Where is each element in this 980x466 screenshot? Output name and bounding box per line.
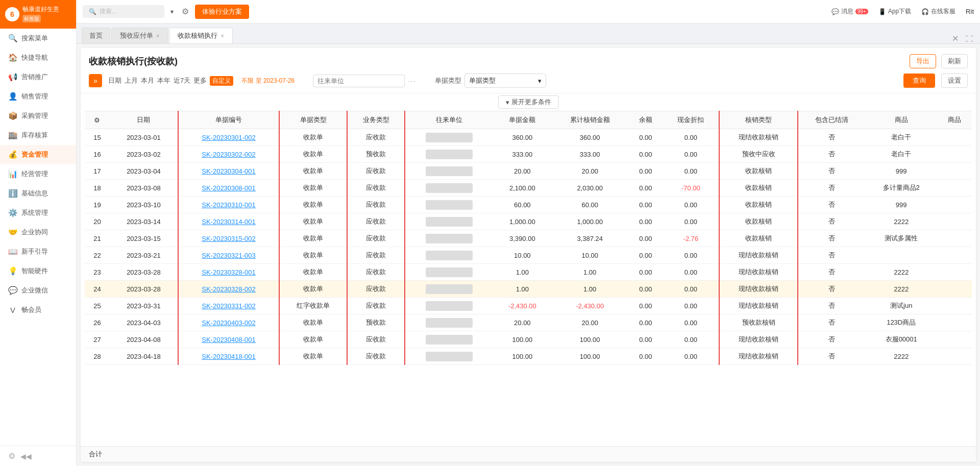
tab-home[interactable]: 首页 [82,28,110,43]
sidebar-item-system[interactable]: ⚙️系统管理 [0,203,76,223]
settings-icon[interactable]: ⚙ [8,451,15,461]
topbar-gear-icon[interactable]: ⚙ [180,7,191,16]
cell-no: 15 [85,129,110,146]
cell-acc-chx: 360.00 [551,129,628,146]
bill-no-link[interactable]: SK-20230328-002 [202,285,256,293]
sidebar-item-collab[interactable]: 🤝企业协同 [0,223,76,242]
cell-acc-chx: 1.00 [551,281,628,298]
bill-no-link[interactable]: SK-20230418-001 [202,353,256,360]
sidebar-item-quick[interactable]: 🏠快捷导航 [0,48,76,67]
chevron-down-icon: ▾ [538,77,542,85]
sidebar-item-member[interactable]: V畅会员 [0,300,76,320]
bill-no-link[interactable]: SK-20230301-002 [202,134,256,141]
tab-prepay[interactable]: 预收应付单 × [111,28,168,43]
table-row: 15 2023-03-01 SK-20230301-002 收款单 应收款 ██… [85,129,972,146]
cell-amount: 100.00 [493,331,551,348]
cell-date: 2023-03-21 [110,247,178,264]
filter-toggle-btn[interactable]: » [89,74,102,87]
app-download-action[interactable]: 📱 App下载 [878,7,911,16]
bill-no-link[interactable]: SK-20230328-001 [202,268,256,276]
cell-balance: 0.00 [628,146,663,163]
page-title: 收款核销执行(按收款) [89,55,178,67]
table-footer: 合计 [81,446,976,462]
messages-action[interactable]: 💬 消息 99+ [831,7,868,16]
sidebar-item-search[interactable]: 🔍搜索菜单 [0,29,76,48]
bill-no-link[interactable]: SK-20230314-001 [202,218,256,226]
sidebar-nav: 🔍搜索菜单🏠快捷导航📢营销推广👤销售管理📦采购管理🏬库存核算💰资金管理📊经营管理… [0,29,76,320]
filter-settings-btn[interactable]: 设置 [941,73,968,88]
bill-no-link[interactable]: SK-20230315-002 [202,235,256,242]
cell-biz-type: 预收款 [347,146,404,163]
topbar-search[interactable]: 🔍 搜索... [83,5,164,18]
sidebar-item-guide[interactable]: 📖新手引导 [0,242,76,261]
sidebar-item-hardware[interactable]: 💡智能硬件 [0,261,76,281]
bill-no-link[interactable]: SK-20230310-001 [202,201,256,209]
sidebar-item-sales[interactable]: 👤销售管理 [0,87,76,106]
user-account[interactable]: Rit [966,8,974,15]
close-all-tabs-btn[interactable]: ✕ [950,34,961,43]
industry-btn[interactable]: 体验行业方案 [195,5,249,19]
cell-amount: 100.00 [493,348,551,365]
filter-last-month[interactable]: 上月 [125,76,138,85]
cell-goods1: 2222 [865,213,938,230]
cell-goods2 [938,180,972,197]
bill-no-link[interactable]: SK-20230408-001 [202,336,256,344]
refresh-btn[interactable]: 刷新 [941,54,968,68]
sidebar-item-purchase[interactable]: 📦采购管理 [0,106,76,126]
voucher-type-select[interactable]: 单据类型 ▾ [464,73,546,88]
query-btn[interactable]: 查询 [903,73,935,88]
cell-cash-disc: 0.00 [663,314,720,331]
expand-more-btn[interactable]: ▾ 展开更多条件 [498,95,559,109]
bill-no-link[interactable]: SK-20230302-002 [202,151,256,158]
filter-7days[interactable]: 近7天 [174,76,190,85]
headset-icon: 🎧 [921,8,929,15]
col-settings[interactable]: ⚙ [85,111,110,129]
bill-no-link[interactable]: SK-20230321-003 [202,252,256,259]
cell-chx-type: 收款核销 [719,230,798,247]
search-icon: 🔍 [8,34,17,43]
main-table: ⚙ 日期 单据编号 单据类型 业务类型 往来单位 单据金额 累计核销金额 余额 … [85,111,972,365]
bill-no-link[interactable]: SK-20230304-001 [202,167,256,175]
sales-icon: 👤 [8,92,17,101]
customer-service-action[interactable]: 🎧 在线客服 [921,7,955,16]
collapse-icon[interactable]: ◀◀ [20,452,32,460]
cell-bill-type: 收款单 [279,281,347,298]
sidebar-item-wechat[interactable]: 💬企业微信 [0,281,76,300]
cell-goods1: 123D商品 [865,314,938,331]
table-row: 20 2023-03-14 SK-20230314-001 收款单 应收款 ██… [85,213,972,230]
expand-tabs-btn[interactable]: ⛶ [964,35,975,43]
sidebar-label-wechat: 企业微信 [21,286,48,295]
tab-close-prepay[interactable]: × [156,33,159,39]
col-date: 日期 [110,111,178,129]
cell-amount: 333.00 [493,146,551,163]
sidebar-item-stock[interactable]: 🏬库存核算 [0,126,76,145]
tab-chx[interactable]: 收款核销执行 × [169,28,232,43]
logo-icon: 6 [5,7,19,21]
cell-biz-type: 应收款 [347,129,404,146]
export-btn[interactable]: 导出 [910,54,936,68]
cell-no: 19 [85,197,110,213]
filter-more[interactable]: 更多 [193,76,207,85]
cell-date: 2023-03-02 [110,146,178,163]
filter-custom-badge[interactable]: 自定义 [210,76,233,86]
filter-expand-row: ▾ 展开更多条件 [81,93,976,111]
cell-balance: 0.00 [628,298,663,314]
cell-company: ██████ [405,197,494,213]
dropdown-arrow[interactable]: ▾ [168,8,176,15]
filter-this-month[interactable]: 本月 [141,76,154,85]
date-filter-group: 日期 上月 本月 本年 近7天 更多 自定义 [108,76,233,86]
sidebar-item-marketing[interactable]: 📢营销推广 [0,67,76,87]
company-input[interactable] [313,75,405,87]
cell-date: 2023-03-31 [110,298,178,314]
bill-no-link[interactable]: SK-20230403-002 [202,319,256,327]
sidebar-item-finance[interactable]: 💰资金管理 [0,145,76,164]
topbar: 🔍 搜索... ▾ ⚙ 体验行业方案 💬 消息 99+ 📱 App下载 🎧 在线… [77,0,980,23]
sidebar-item-base[interactable]: ℹ️基础信息 [0,184,76,203]
bill-no-link[interactable]: SK-20230308-001 [202,184,256,192]
col-balance: 余额 [628,111,663,129]
sidebar-item-ops[interactable]: 📊经营管理 [0,164,76,184]
cell-bill-no: SK-20230304-001 [178,163,279,180]
tab-close-chx[interactable]: × [220,33,224,39]
filter-this-year[interactable]: 本年 [157,76,170,85]
bill-no-link[interactable]: SK-20230331-002 [202,302,256,310]
